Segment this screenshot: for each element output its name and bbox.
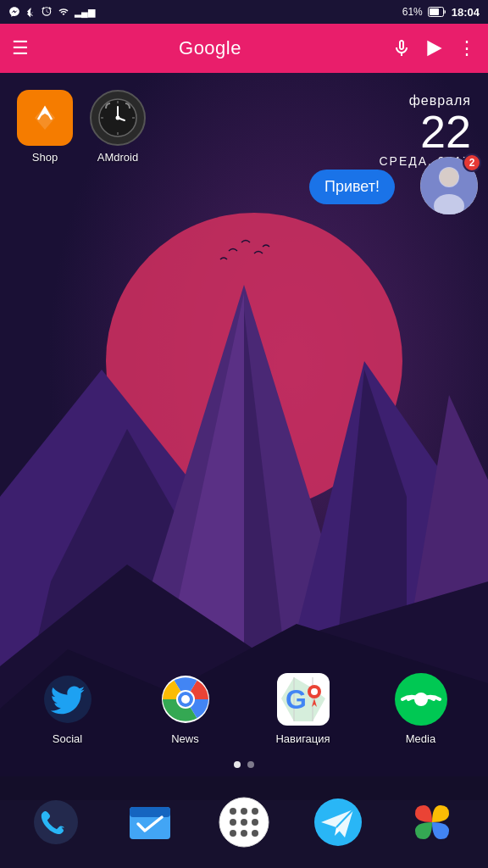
apps-grid-icon [218, 796, 270, 849]
bubble-text: Привет! [309, 170, 395, 204]
play-store-icon[interactable] [424, 37, 446, 59]
navigation-app-label: Навигация [275, 732, 330, 745]
chat-bubble: Привет! [309, 170, 395, 204]
date-day: 22 [379, 108, 471, 154]
chrome-icon [158, 671, 214, 727]
bluetooth-icon [25, 6, 36, 18]
avatar-wrapper: 2 [420, 157, 478, 214]
signal-bars: ▂▄▆ [75, 7, 95, 18]
notification-badge: 2 [463, 153, 481, 172]
svg-point-46 [252, 808, 258, 815]
app-grid: Social [0, 671, 488, 745]
tasks-dock-item[interactable] [116, 798, 184, 846]
messenger-icon [8, 6, 20, 18]
tasks-icon [126, 798, 174, 846]
mic-icon[interactable] [391, 38, 412, 58]
bottom-apps: Social [0, 671, 488, 745]
svg-rect-1 [430, 8, 439, 15]
shop-app[interactable]: Shop [17, 90, 73, 164]
google-label: Google [41, 37, 380, 59]
telegram-icon [313, 797, 363, 848]
page-indicator [234, 761, 254, 768]
svg-point-28 [440, 168, 458, 186]
dock [0, 776, 488, 868]
amdroid-icon [90, 90, 146, 146]
media-icon [393, 671, 449, 727]
phone-dock-item[interactable] [22, 798, 90, 846]
google-search-bar[interactable]: ☰ Google ⋮ [0, 24, 488, 73]
status-time: 18:04 [452, 6, 480, 19]
battery-percent: 61% [402, 6, 423, 18]
svg-point-50 [230, 830, 236, 837]
svg-point-52 [252, 830, 258, 837]
hamburger-menu-icon[interactable]: ☰ [12, 37, 29, 59]
apps-dock-item[interactable] [210, 796, 278, 849]
twitter-icon [40, 671, 96, 727]
svg-rect-42 [130, 807, 170, 817]
media-app[interactable]: Media [393, 671, 449, 745]
top-app-icons: Shop [17, 90, 146, 164]
svg-point-51 [241, 830, 247, 837]
svg-point-40 [34, 800, 78, 844]
maps-icon: G [275, 671, 331, 727]
status-right: 61% 18:04 [402, 6, 480, 19]
top-section: Shop [0, 73, 488, 168]
social-app[interactable]: Social [40, 671, 96, 745]
amdroid-app[interactable]: AMdroid [90, 90, 146, 164]
svg-point-20 [116, 116, 120, 120]
navigation-app[interactable]: G Навигация [275, 671, 331, 745]
svg-point-45 [241, 808, 247, 815]
photos-icon [407, 797, 458, 848]
page-dot-2 [247, 761, 254, 768]
status-bar: ▂▄▆ 61% 18:04 [0, 0, 488, 24]
shop-app-label: Shop [32, 151, 58, 164]
alarm-icon [41, 6, 53, 18]
news-app-label: News [171, 732, 199, 745]
svg-point-48 [241, 819, 247, 826]
telegram-dock-item[interactable] [304, 797, 372, 848]
media-app-label: Media [406, 732, 435, 745]
amdroid-app-label: AMdroid [97, 151, 138, 164]
shop-icon [17, 90, 73, 146]
wifi-icon [58, 7, 69, 17]
photos-dock-item[interactable] [398, 797, 466, 848]
svg-point-47 [230, 819, 236, 826]
svg-text:G: G [286, 684, 307, 715]
battery-icon [428, 7, 446, 17]
avatar-container[interactable]: 2 [420, 157, 478, 214]
page-dot-1 [234, 761, 241, 768]
status-left-icons: ▂▄▆ [8, 6, 95, 18]
overflow-menu-icon[interactable]: ⋮ [458, 37, 476, 59]
svg-point-44 [230, 808, 236, 815]
social-app-label: Social [53, 732, 82, 745]
news-app[interactable]: News [158, 671, 214, 745]
phone-icon [32, 798, 80, 846]
svg-point-37 [311, 688, 318, 695]
svg-point-33 [181, 695, 190, 704]
svg-point-49 [252, 819, 258, 826]
